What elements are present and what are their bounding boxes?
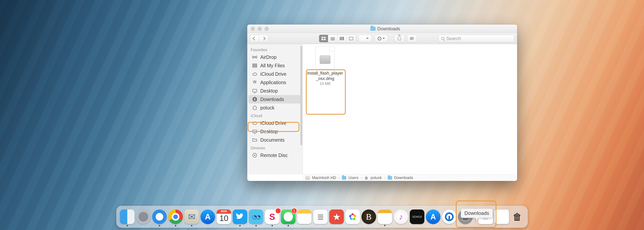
sonos-label: SONOS xyxy=(410,210,424,224)
sidebar-item-desktop-fav[interactable]: Desktop xyxy=(247,87,303,95)
finder-toolbar: Search xyxy=(247,33,517,44)
sidebar-item-home[interactable]: potuck xyxy=(247,104,303,112)
minimize-button[interactable] xyxy=(258,27,262,31)
sidebar-section-icloud: iCloud xyxy=(247,112,303,119)
sidebar-item-iclouddrive[interactable]: iCloud Drive xyxy=(247,119,303,127)
dock-app-appstore[interactable] xyxy=(426,210,440,224)
sidebar-item-label: Desktop xyxy=(260,88,278,94)
dock-app-finder[interactable] xyxy=(120,210,134,224)
dock-app-mail[interactable] xyxy=(184,210,199,224)
dock-app-calendar[interactable]: MAR 10 xyxy=(216,210,231,224)
path-segment[interactable]: potuck xyxy=(370,176,382,180)
dock-app-chrome[interactable] xyxy=(168,210,183,224)
svg-point-7 xyxy=(253,153,257,157)
folder-icon xyxy=(342,176,346,180)
path-segment[interactable]: Downloads xyxy=(394,176,413,180)
chevron-left-icon xyxy=(252,36,256,40)
dock-app-twitter[interactable] xyxy=(233,210,247,224)
forward-button[interactable] xyxy=(259,35,268,42)
file-item[interactable]: install_flash_player_osx.dmg 19 MB xyxy=(306,46,344,86)
view-columns-button[interactable] xyxy=(337,35,346,42)
dock-app-1password[interactable] xyxy=(442,210,456,224)
zoom-button[interactable] xyxy=(264,27,269,31)
view-coverflow-button[interactable] xyxy=(346,35,356,42)
dock-app-messages[interactable]: 1 xyxy=(281,210,296,224)
applications-icon xyxy=(252,80,258,85)
columns-icon xyxy=(340,37,344,40)
search-icon xyxy=(442,37,444,40)
sidebar-item-downloads[interactable]: Downloads xyxy=(248,95,302,104)
sidebar-item-allmyfiles[interactable]: All My Files xyxy=(247,61,303,70)
back-button[interactable] xyxy=(250,35,259,42)
sidebar-item-label: potuck xyxy=(260,105,274,110)
folder-icon xyxy=(370,27,376,31)
path-segment[interactable]: Macintosh HD xyxy=(312,176,336,180)
dock-app-safari[interactable] xyxy=(152,210,167,224)
nav-back-forward xyxy=(250,35,268,42)
dock-trash[interactable] xyxy=(510,210,524,224)
desktop-icon xyxy=(252,88,258,94)
share-button[interactable] xyxy=(394,35,404,42)
sidebar-item-remotedisc[interactable]: Remote Disc xyxy=(247,151,303,160)
sidebar-item-label: Downloads xyxy=(260,96,284,102)
list-icon xyxy=(330,37,335,40)
close-button[interactable] xyxy=(251,27,255,31)
dock-app-appstore-alt[interactable] xyxy=(200,210,215,224)
sidebar-item-documents[interactable]: Documents xyxy=(247,136,303,144)
sidebar-item-label: Applications xyxy=(260,80,286,85)
calendar-day: 10 xyxy=(216,214,231,223)
dock-app-launchpad[interactable] xyxy=(136,210,151,224)
folder-icon xyxy=(388,176,392,180)
sidebar-section-devices: Devices xyxy=(247,144,303,151)
svg-rect-1 xyxy=(253,64,257,65)
dock-app-reminders[interactable] xyxy=(313,210,328,224)
svg-point-8 xyxy=(254,155,255,156)
window-title-text: Downloads xyxy=(378,26,400,32)
finder-content[interactable]: install_flash_player_osx.dmg 19 MB xyxy=(303,44,517,174)
file-name: install_flash_player_osx.dmg xyxy=(306,70,344,81)
svg-rect-2 xyxy=(253,65,257,66)
tag-icon xyxy=(410,37,414,40)
sidebar-item-label: AirDrop xyxy=(260,54,276,60)
badge-icon xyxy=(275,208,281,214)
dock-app-slack[interactable] xyxy=(265,210,280,224)
sidebar-scrollbar[interactable] xyxy=(300,46,302,145)
dmg-file-icon xyxy=(316,46,335,69)
dock-app-wunderlist[interactable] xyxy=(329,210,344,224)
arrange-menu-button[interactable] xyxy=(358,35,372,42)
dock-stack-screenshots[interactable] xyxy=(494,210,509,224)
path-segment[interactable]: Users xyxy=(348,176,358,180)
harddrive-icon xyxy=(306,176,310,180)
sidebar-item-label: All My Files xyxy=(260,63,285,68)
search-field[interactable]: Search xyxy=(438,35,514,42)
window-titlebar[interactable]: Downloads xyxy=(247,24,517,33)
sidebar-item-applications[interactable]: Applications xyxy=(247,78,303,87)
sidebar-section-favorites: Favorites xyxy=(247,46,303,53)
dock-app-itunes[interactable] xyxy=(394,210,408,224)
window-controls xyxy=(247,27,269,31)
tags-button[interactable] xyxy=(407,35,417,42)
dock-app-fantastical[interactable] xyxy=(378,210,392,224)
dock-tooltip: Downloads xyxy=(461,208,493,218)
file-size: 19 MB xyxy=(306,82,344,86)
view-icons-button[interactable] xyxy=(319,35,328,42)
dock-app-byword[interactable] xyxy=(362,210,376,224)
chevron-down-icon xyxy=(366,38,368,39)
sidebar-item-label: iCloud Drive xyxy=(260,120,286,126)
dock-app-notes[interactable] xyxy=(297,210,312,224)
folder-icon xyxy=(252,137,258,143)
home-icon xyxy=(252,105,258,110)
svg-rect-3 xyxy=(253,66,257,68)
action-menu-button[interactable] xyxy=(374,35,388,42)
dock-app-photos[interactable] xyxy=(346,210,360,224)
sidebar-item-airdrop[interactable]: AirDrop xyxy=(247,53,303,61)
dock-app-sonos[interactable]: SONOS xyxy=(410,210,424,224)
svg-rect-6 xyxy=(253,130,257,133)
dock-app-tweetbot[interactable] xyxy=(249,210,263,224)
allmyfiles-icon xyxy=(252,63,258,68)
sidebar-item-iclouddrive-fav[interactable]: iCloud Drive xyxy=(247,70,303,78)
grid-icon xyxy=(322,37,326,40)
view-list-button[interactable] xyxy=(328,35,337,42)
chevron-right-icon xyxy=(262,36,266,40)
sidebar-item-desktop-icloud[interactable]: Desktop xyxy=(247,127,303,136)
